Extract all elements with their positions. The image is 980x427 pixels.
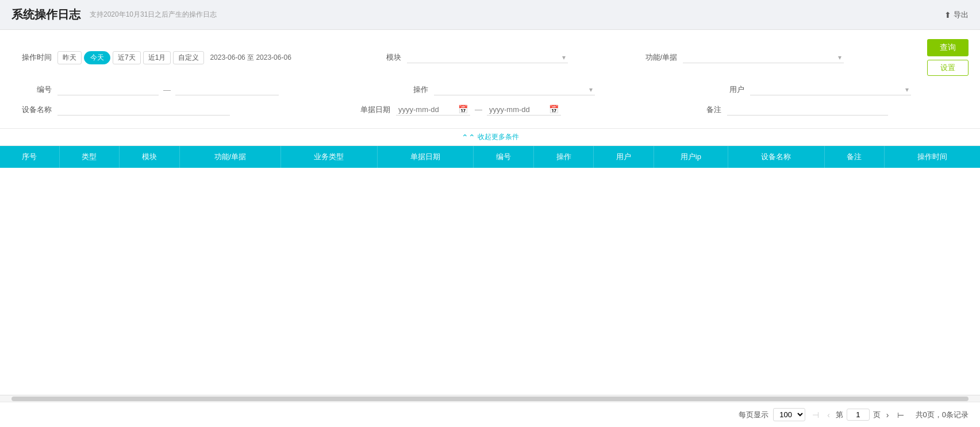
time-btn-today[interactable]: 今天 <box>84 51 110 64</box>
date-start-wrapper: 📅 <box>396 103 470 116</box>
user-select[interactable] <box>750 84 911 95</box>
filter-row-3: 设备名称 单据日期 📅 — 📅 备注 <box>11 103 969 116</box>
page-title: 系统操作日志 <box>11 7 80 22</box>
function-select[interactable] <box>683 52 844 63</box>
per-page-select[interactable]: 100 50 200 <box>773 408 805 421</box>
time-filter-group: 昨天 今天 近7天 近1月 自定义 2023-06-06 至 2023-06-0… <box>57 51 291 64</box>
date-start-input[interactable] <box>398 105 456 114</box>
col-code: 编号 <box>474 146 533 168</box>
operation-select-wrapper: ▾ <box>434 84 595 95</box>
query-button[interactable]: 查询 <box>927 39 969 56</box>
export-label: 导出 <box>954 10 969 20</box>
bottom-bar: 每页显示 100 50 200 ⊣ ‹ 第 页 › ⊢ 共0页，0条记录 <box>0 402 980 427</box>
code-label: 编号 <box>11 84 52 95</box>
time-btn-yesterday[interactable]: 昨天 <box>57 51 82 64</box>
export-button[interactable]: ⬆ 导出 <box>944 10 969 20</box>
table-container: 序号 类型 模块 功能/单据 业务类型 单据日期 编号 操作 用户 用户ip 设… <box>0 146 980 395</box>
col-seq: 序号 <box>0 146 59 168</box>
user-label: 用户 <box>704 84 744 95</box>
col-function: 功能/单据 <box>179 146 280 168</box>
per-page-label: 每页显示 <box>739 410 768 420</box>
page-number-input[interactable] <box>847 409 870 421</box>
page-header: 系统操作日志 支持2020年10月31日之后产生的操作日志 ⬆ 导出 <box>0 0 980 30</box>
collapse-label: ⌃⌃ 收起更多条件 <box>462 132 519 142</box>
col-biztype: 业务类型 <box>281 146 378 168</box>
data-table: 序号 类型 模块 功能/单据 业务类型 单据日期 编号 操作 用户 用户ip 设… <box>0 146 980 168</box>
collapse-chevron-icon: ⌃⌃ <box>462 133 475 142</box>
time-range-display: 2023-06-06 至 2023-06-06 <box>210 53 291 63</box>
calendar-end-icon[interactable]: 📅 <box>549 105 559 114</box>
page-subtitle: 支持2020年10月31日之后产生的操作日志 <box>90 10 217 20</box>
time-btn-last1month[interactable]: 近1月 <box>143 51 171 64</box>
page-word: 第 <box>836 410 843 420</box>
time-btn-custom[interactable]: 自定义 <box>173 51 204 64</box>
time-label: 操作时间 <box>11 52 52 63</box>
filter-row-1: 操作时间 昨天 今天 近7天 近1月 自定义 2023-06-06 至 2023… <box>11 39 969 76</box>
col-ip: 用户ip <box>654 146 728 168</box>
pagination: ⊣ ‹ 第 页 › ⊢ <box>810 409 906 421</box>
action-buttons: 查询 设置 <box>927 39 969 76</box>
col-op-time: 操作时间 <box>884 146 980 168</box>
operation-select[interactable] <box>434 84 595 95</box>
col-operation: 操作 <box>533 146 593 168</box>
total-text: 共0页，0条记录 <box>916 410 969 420</box>
settings-button[interactable]: 设置 <box>927 60 969 76</box>
operation-label: 操作 <box>388 84 428 95</box>
user-select-wrapper: ▾ <box>750 84 911 95</box>
page-unit: 页 <box>873 410 881 420</box>
next-page-button[interactable]: › <box>884 409 891 421</box>
code-start-input[interactable] <box>57 84 159 95</box>
col-date: 单据日期 <box>377 146 474 168</box>
remark-input[interactable] <box>727 104 888 116</box>
prev-page-button[interactable]: ‹ <box>825 409 832 421</box>
header-actions: ⬆ 导出 <box>944 10 969 20</box>
col-module: 模块 <box>120 146 179 168</box>
last-page-button[interactable]: ⊢ <box>895 409 906 421</box>
module-label: 模块 <box>361 52 401 63</box>
filter-row-2: 编号 — 操作 ▾ 用户 ▾ <box>11 84 969 95</box>
device-label: 设备名称 <box>11 105 52 115</box>
export-icon: ⬆ <box>944 10 951 20</box>
scrollbar-thumb <box>11 397 969 401</box>
col-user: 用户 <box>594 146 654 168</box>
module-select-wrapper: ▾ <box>407 52 568 63</box>
date-end-input[interactable] <box>489 105 547 114</box>
scrollbar-area[interactable] <box>0 395 980 402</box>
calendar-start-icon[interactable]: 📅 <box>458 105 468 114</box>
col-type: 类型 <box>59 146 119 168</box>
date-end-wrapper: 📅 <box>487 103 561 116</box>
table-header: 序号 类型 模块 功能/单据 业务类型 单据日期 编号 操作 用户 用户ip 设… <box>0 146 980 168</box>
code-range-sep: — <box>163 86 171 94</box>
module-select[interactable] <box>407 52 568 63</box>
date-range-sep: — <box>475 105 482 114</box>
date-label: 单据日期 <box>350 105 390 115</box>
function-select-wrapper: ▾ <box>683 52 844 63</box>
function-label: 功能/单据 <box>637 52 677 63</box>
device-input[interactable] <box>57 104 230 116</box>
collapse-bar[interactable]: ⌃⌃ 收起更多条件 <box>0 129 980 146</box>
col-device: 设备名称 <box>728 146 824 168</box>
col-remark: 备注 <box>824 146 884 168</box>
first-page-button[interactable]: ⊣ <box>810 409 821 421</box>
time-btn-last7[interactable]: 近7天 <box>113 51 141 64</box>
code-end-input[interactable] <box>175 84 279 95</box>
filter-panel: 操作时间 昨天 今天 近7天 近1月 自定义 2023-06-06 至 2023… <box>0 30 980 129</box>
table-header-row: 序号 类型 模块 功能/单据 业务类型 单据日期 编号 操作 用户 用户ip 设… <box>0 146 980 168</box>
remark-label: 备注 <box>681 105 721 115</box>
